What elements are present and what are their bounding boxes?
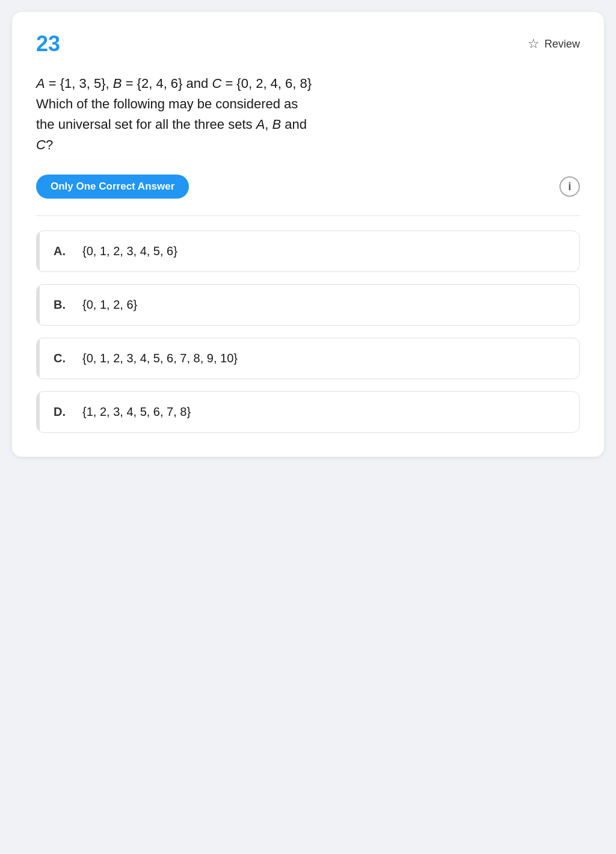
review-label: Review — [544, 38, 580, 51]
option-b[interactable]: B. {0, 1, 2, 6} — [36, 284, 580, 326]
option-b-text: {0, 1, 2, 6} — [82, 298, 137, 312]
option-a-label: A. — [54, 244, 70, 258]
info-button[interactable]: i — [559, 176, 580, 197]
answer-type-row: Only One Correct Answer i — [36, 175, 580, 199]
option-d-label: D. — [54, 405, 70, 419]
review-button[interactable]: ☆ Review — [528, 36, 580, 52]
option-c-text: {0, 1, 2, 3, 4, 5, 6, 7, 8, 9, 10} — [82, 351, 238, 365]
card-header: 23 ☆ Review — [36, 31, 580, 57]
question-text: A = {1, 3, 5}, B = {2, 4, 6} and C = {0,… — [36, 73, 580, 155]
question-number: 23 — [36, 31, 60, 57]
option-d-text: {1, 2, 3, 4, 5, 6, 7, 8} — [82, 405, 191, 419]
info-symbol: i — [568, 181, 571, 193]
option-b-label: B. — [54, 298, 70, 312]
option-a-text: {0, 1, 2, 3, 4, 5, 6} — [82, 244, 177, 258]
options-list: A. {0, 1, 2, 3, 4, 5, 6} B. {0, 1, 2, 6}… — [36, 231, 580, 433]
question-card: 23 ☆ Review A = {1, 3, 5}, B = {2, 4, 6}… — [12, 12, 604, 457]
star-icon: ☆ — [528, 36, 540, 52]
answer-type-badge: Only One Correct Answer — [36, 175, 189, 199]
option-c-label: C. — [54, 351, 70, 365]
option-c[interactable]: C. {0, 1, 2, 3, 4, 5, 6, 7, 8, 9, 10} — [36, 338, 580, 379]
section-divider — [36, 215, 580, 216]
option-d[interactable]: D. {1, 2, 3, 4, 5, 6, 7, 8} — [36, 391, 580, 433]
option-a[interactable]: A. {0, 1, 2, 3, 4, 5, 6} — [36, 231, 580, 272]
